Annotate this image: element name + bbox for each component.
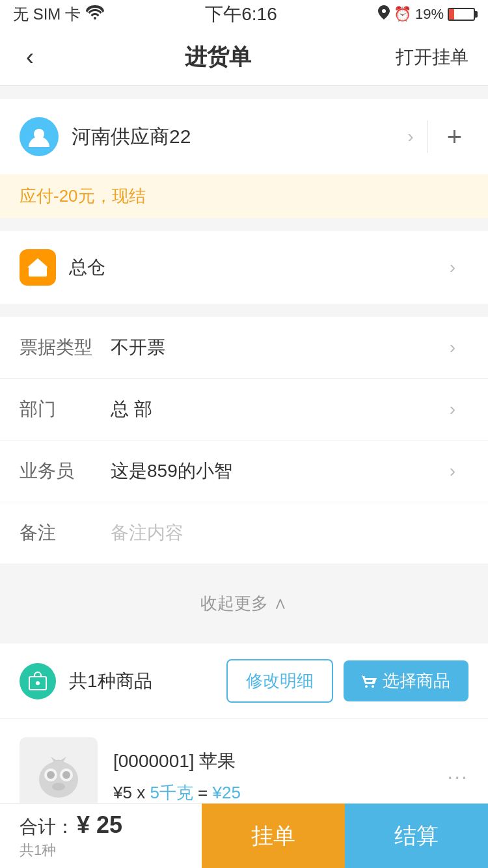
- fields-card: 票据类型 不开票 › 部门 总 部 › 业务员 这是859的小智 › 备注 备注…: [0, 317, 488, 563]
- svg-marker-2: [27, 258, 48, 267]
- salesman-chevron: ›: [450, 461, 455, 481]
- product-total: ¥25: [213, 783, 241, 802]
- settle-button[interactable]: 结算: [345, 804, 488, 868]
- footer-bar: 合计： ¥ 25 共1种 挂单 结算: [0, 803, 488, 868]
- svg-point-10: [52, 783, 65, 791]
- main-content: 河南供应商22 › + 应付-20元，现结 总仓 › 票据类型 不开票 › 部门…: [0, 86, 488, 868]
- supplier-chevron: ›: [407, 126, 413, 147]
- product-unit-price: ¥5: [113, 783, 132, 802]
- select-product-label: 选择商品: [383, 670, 450, 692]
- salesman-row[interactable]: 业务员 这是859的小智 ›: [0, 441, 488, 502]
- warehouse-chevron: ›: [450, 257, 455, 278]
- department-chevron: ›: [450, 399, 455, 420]
- warehouse-row[interactable]: 总仓 ›: [0, 231, 488, 304]
- multiply-symbol: x: [137, 783, 150, 802]
- warehouse-name: 总仓: [69, 255, 450, 280]
- supplier-name: 河南供应商22: [72, 124, 407, 150]
- product-quantity: 5千克: [150, 783, 193, 802]
- ticket-type-row[interactable]: 票据类型 不开票 ›: [0, 317, 488, 379]
- total-sub: 共1种: [20, 841, 182, 860]
- add-supplier-button[interactable]: +: [441, 122, 468, 152]
- supplier-row[interactable]: 河南供应商22 › +: [0, 99, 488, 174]
- alarm-icon: ⏰: [394, 6, 411, 23]
- department-value: 总 部: [111, 397, 450, 422]
- remark-value: 备注内容: [111, 521, 468, 545]
- battery-label: 19%: [415, 6, 444, 23]
- status-time: 下午6:16: [205, 2, 277, 27]
- total-amount: ¥ 25: [77, 811, 122, 839]
- page-title: 进货单: [185, 42, 251, 72]
- product-more-button[interactable]: ···: [447, 765, 468, 789]
- department-row[interactable]: 部门 总 部 ›: [0, 379, 488, 441]
- department-label: 部门: [20, 397, 111, 422]
- status-bar: 无 SIM 卡 下午6:16 ⏰ 19%: [0, 0, 488, 29]
- wifi-icon: [86, 5, 104, 23]
- footer-total: 合计： ¥ 25 共1种: [0, 804, 202, 868]
- ticket-type-chevron: ›: [450, 337, 455, 358]
- warehouse-card: 总仓 ›: [0, 231, 488, 304]
- svg-point-9: [62, 771, 70, 779]
- ticket-type-label: 票据类型: [20, 335, 111, 360]
- equals-symbol: =: [198, 783, 212, 802]
- product-count-icon: [20, 663, 56, 699]
- collapse-toggle[interactable]: 收起更多 ∧: [0, 576, 488, 631]
- supplier-avatar: [20, 117, 59, 156]
- supplier-card: 河南供应商22 › + 应付-20元，现结: [0, 99, 488, 218]
- product-count-text: 共1种商品: [69, 669, 226, 694]
- supplier-divider: [427, 120, 427, 153]
- salesman-label: 业务员: [20, 459, 111, 483]
- product-title: 苹果: [199, 751, 236, 771]
- back-button[interactable]: ‹: [20, 37, 40, 77]
- nav-bar: ‹ 进货单 打开挂单: [0, 29, 488, 86]
- salesman-value: 这是859的小智: [111, 459, 450, 483]
- product-image: [33, 750, 85, 802]
- cart-icon: [362, 673, 377, 689]
- svg-rect-1: [29, 266, 47, 277]
- select-product-button[interactable]: 选择商品: [344, 660, 468, 701]
- svg-point-5: [39, 761, 78, 798]
- svg-point-8: [47, 771, 55, 779]
- svg-point-4: [36, 681, 40, 685]
- product-name: [0000001] 苹果: [113, 749, 447, 774]
- product-price: ¥5 x 5千克 = ¥25: [113, 781, 447, 804]
- product-code: [0000001]: [113, 751, 195, 771]
- gap1: [0, 86, 488, 99]
- edit-detail-button[interactable]: 修改明细: [226, 659, 333, 703]
- product-info: [0000001] 苹果 ¥5 x 5千克 = ¥25: [113, 749, 447, 804]
- gap2: [0, 631, 488, 644]
- warehouse-icon: [20, 249, 56, 286]
- notice-bar: 应付-20元，现结: [0, 174, 488, 218]
- product-header: 共1种商品 修改明细 选择商品: [0, 644, 488, 719]
- ticket-type-value: 不开票: [111, 335, 450, 360]
- carrier-label: 无 SIM 卡: [13, 4, 81, 25]
- battery-icon: [448, 8, 475, 21]
- remark-row[interactable]: 备注 备注内容: [0, 502, 488, 563]
- total-label: 合计：: [20, 815, 74, 839]
- open-hang-button[interactable]: 打开挂单: [396, 45, 468, 70]
- hang-button[interactable]: 挂单: [202, 804, 345, 868]
- remark-label: 备注: [20, 521, 111, 545]
- location-icon: [378, 5, 390, 23]
- status-left: 无 SIM 卡: [13, 4, 104, 25]
- status-right: ⏰ 19%: [378, 5, 475, 23]
